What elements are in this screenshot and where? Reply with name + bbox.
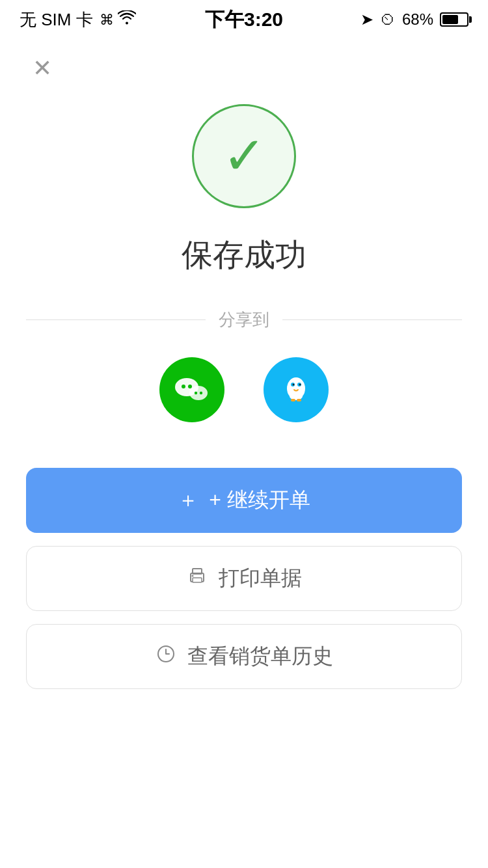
continue-button[interactable]: ＋ + 继续开单 [26, 468, 462, 533]
continue-icon: ＋ [178, 486, 198, 515]
history-button[interactable]: 查看销货单历史 [26, 624, 462, 689]
svg-point-4 [195, 392, 197, 394]
location-icon: ➤ [360, 10, 373, 29]
success-title: 保存成功 [182, 234, 306, 276]
share-section: 分享到 [26, 308, 462, 422]
close-icon: ✕ [33, 55, 52, 82]
svg-point-12 [290, 392, 303, 400]
continue-label: + 继续开单 [209, 486, 310, 515]
svg-point-2 [188, 385, 192, 388]
svg-point-1 [182, 385, 185, 388]
wifi-icon: ⌘ [100, 10, 136, 29]
wechat-icon [172, 370, 211, 409]
carrier-text: 无 SIM 卡 [20, 8, 93, 31]
wechat-share-button[interactable] [159, 357, 224, 422]
qq-share-button[interactable] [264, 357, 329, 422]
svg-point-10 [293, 384, 295, 386]
share-label: 分享到 [219, 308, 269, 331]
status-bar: 无 SIM 卡 ⌘ 下午3:20 ➤ ⏲ 68% [0, 0, 488, 39]
battery-icon [440, 12, 468, 27]
status-left: 无 SIM 卡 ⌘ [20, 8, 136, 31]
battery-percentage: 68% [402, 10, 433, 29]
svg-point-11 [299, 384, 301, 386]
actions: ＋ + 继续开单 打印单据 查看销货单历 [26, 468, 462, 689]
svg-point-18 [192, 575, 194, 577]
svg-rect-17 [193, 578, 202, 582]
print-icon [186, 565, 208, 592]
svg-point-3 [189, 386, 208, 400]
history-icon [155, 643, 177, 670]
alarm-icon: ⏲ [380, 10, 396, 29]
divider-line-left [26, 319, 206, 320]
success-circle: ✓ [192, 104, 296, 208]
checkmark-icon: ✓ [223, 130, 266, 182]
print-label: 打印单据 [219, 564, 302, 593]
print-button[interactable]: 打印单据 [26, 546, 462, 611]
svg-rect-13 [291, 399, 295, 401]
status-time: 下午3:20 [205, 7, 283, 33]
share-divider: 分享到 [26, 308, 462, 331]
share-icons-row [159, 357, 329, 422]
history-label: 查看销货单历史 [187, 642, 333, 671]
close-button[interactable]: ✕ [26, 52, 59, 85]
status-right: ➤ ⏲ 68% [360, 10, 468, 29]
svg-rect-14 [297, 399, 301, 401]
main-content: ✕ ✓ 保存成功 分享到 [0, 39, 488, 868]
svg-point-5 [200, 392, 202, 394]
qq-icon [277, 370, 316, 409]
divider-line-right [282, 319, 462, 320]
